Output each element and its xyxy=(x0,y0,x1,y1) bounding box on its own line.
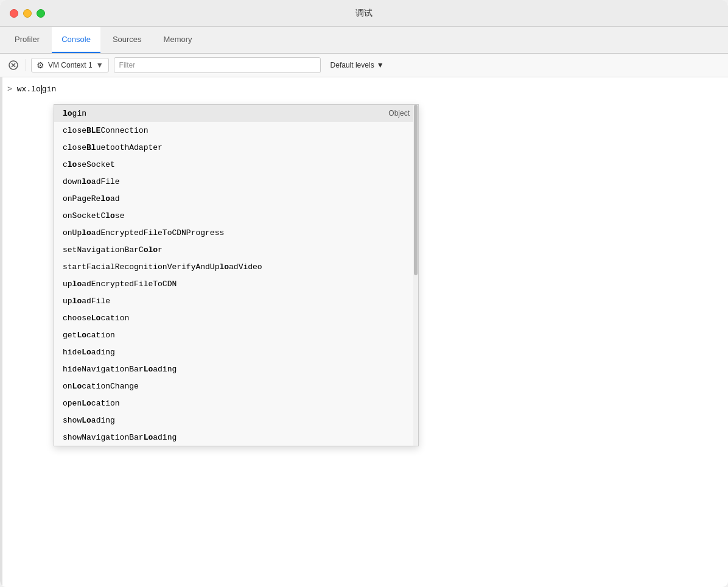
context-selector[interactable]: ⚙ VM Context 1 ▼ xyxy=(31,58,109,72)
levels-label: Default levels xyxy=(331,61,374,69)
tab-sources[interactable]: Sources xyxy=(103,27,152,53)
console-area[interactable]: > wx.login login Object closeBLEConn xyxy=(0,77,728,587)
console-input-row: > wx.login xyxy=(0,82,728,96)
levels-dropdown-arrow: ▼ xyxy=(377,61,384,69)
autocomplete-item-closeSocket[interactable]: closeSocket xyxy=(54,156,418,173)
autocomplete-item-closeBluetoothAdapter[interactable]: closeBluetoothAdapter xyxy=(54,139,418,156)
autocomplete-item-closeBLEConnection[interactable]: closeBLEConnection xyxy=(54,122,418,139)
console-input-text: wx.login xyxy=(17,85,56,94)
autocomplete-item-onLocationChange[interactable]: onLocationChange xyxy=(54,378,418,395)
devtools-container: Profiler Console Sources Memory xyxy=(0,27,728,587)
autocomplete-type-login: Object xyxy=(388,109,410,118)
autocomplete-item-onSocketClose[interactable]: onSocketClose xyxy=(54,207,418,224)
toolbar: ⚙ VM Context 1 ▼ Default levels ▼ xyxy=(0,54,728,77)
tab-memory[interactable]: Memory xyxy=(154,27,202,53)
gear-icon: ⚙ xyxy=(37,60,44,70)
clear-console-button[interactable] xyxy=(6,58,21,72)
scrollbar-thumb[interactable] xyxy=(414,105,418,275)
autocomplete-item-uploadFile[interactable]: uploadFile xyxy=(54,292,418,309)
autocomplete-item-hideNavigationBarLoading[interactable]: hideNavigationBarLoading xyxy=(54,360,418,378)
autocomplete-item-uploadEncryptedFileToCDN[interactable]: uploadEncryptedFileToCDN xyxy=(54,275,418,292)
autocomplete-item-showNavigationBarLoading[interactable]: showNavigationBarLoading xyxy=(54,429,418,446)
traffic-lights xyxy=(10,9,45,18)
context-dropdown-arrow: ▼ xyxy=(96,61,103,69)
autocomplete-dropdown: login Object closeBLEConnection closeBlu… xyxy=(54,104,419,446)
app-window: 调试 Profiler Console Sources Memory xyxy=(0,0,728,587)
window-title: 调试 xyxy=(355,8,373,19)
autocomplete-item-login[interactable]: login Object xyxy=(54,105,418,122)
autocomplete-item-downloadFile[interactable]: downloadFile xyxy=(54,173,418,190)
toolbar-separator-1 xyxy=(26,59,26,71)
autocomplete-item-getLocation[interactable]: getLocation xyxy=(54,326,418,343)
console-input-wx: wx. xyxy=(17,85,31,94)
levels-button[interactable]: Default levels ▼ xyxy=(326,59,389,71)
clear-icon xyxy=(9,60,18,70)
console-input-lo: lo xyxy=(31,85,41,94)
autocomplete-item-setNavigationBarColor[interactable]: setNavigationBarColor xyxy=(54,241,418,258)
scrollbar-track[interactable] xyxy=(413,105,418,446)
tab-profiler[interactable]: Profiler xyxy=(5,27,49,53)
minimize-button[interactable] xyxy=(23,9,32,18)
maximize-button[interactable] xyxy=(37,9,45,18)
autocomplete-item-openLocation[interactable]: openLocation xyxy=(54,395,418,412)
autocomplete-item-startFacialRecognitionVerifyAndUploadVideo[interactable]: startFacialRecognitionVerifyAndUploadVid… xyxy=(54,258,418,275)
context-label: VM Context 1 xyxy=(48,61,93,69)
autocomplete-item-showLoading[interactable]: showLoading xyxy=(54,412,418,429)
filter-input[interactable] xyxy=(114,57,321,73)
autocomplete-item-onUploadEncryptedFileToCDNProgress[interactable]: onUploadEncryptedFileToCDNProgress xyxy=(54,224,418,241)
tabs-bar: Profiler Console Sources Memory xyxy=(0,27,728,54)
autocomplete-item-onPageReload[interactable]: onPageReload xyxy=(54,190,418,207)
autocomplete-match-lo: lo xyxy=(63,109,72,118)
sidebar-indicator xyxy=(0,77,2,587)
autocomplete-item-hideLoading[interactable]: hideLoading xyxy=(54,343,418,360)
console-prompt: > xyxy=(7,85,12,94)
close-button[interactable] xyxy=(10,9,18,18)
title-bar: 调试 xyxy=(0,0,728,27)
console-input-gin: gin xyxy=(42,85,56,94)
autocomplete-item-chooseLocation[interactable]: chooseLocation xyxy=(54,309,418,326)
tab-console[interactable]: Console xyxy=(52,27,100,53)
